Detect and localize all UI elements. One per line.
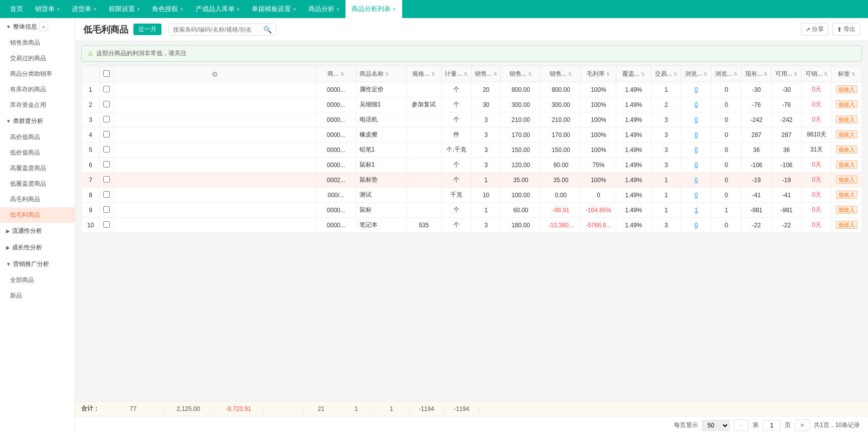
nav-home[interactable]: 首页 <box>4 0 29 18</box>
row-view1[interactable]: 0 <box>681 97 712 112</box>
th-view1[interactable]: 浏览... ⇅ <box>681 66 712 82</box>
sidebar-item-sales-products[interactable]: 销售类商品 <box>0 35 75 51</box>
nav-purchase-close[interactable]: × <box>93 6 96 12</box>
row-view1[interactable]: 0 <box>681 127 712 142</box>
row-checkbox[interactable] <box>103 116 110 122</box>
nav-permissions-close[interactable]: × <box>137 6 140 12</box>
row-view1[interactable]: 0 <box>681 188 712 203</box>
nav-template-settings[interactable]: 单据模板设置 × <box>246 0 302 18</box>
th-tag[interactable]: 标签 ⇅ <box>832 66 862 82</box>
th-code[interactable]: 商... ⇅ <box>316 66 356 82</box>
nav-product-analysis[interactable]: 商品分析 × <box>302 0 345 18</box>
row-sale-qty: 20 <box>471 82 500 97</box>
nav-roles-close[interactable]: × <box>180 6 183 12</box>
row-checkbox[interactable] <box>103 101 110 107</box>
th-current[interactable]: 现有... ⇅ <box>742 66 772 82</box>
row-check[interactable] <box>100 188 114 203</box>
sidebar-group-circulation[interactable]: ▶ 流通性分析 <box>0 223 75 239</box>
row-view1[interactable]: 0 <box>681 142 712 158</box>
th-cover-rate[interactable]: 覆盖... ⇅ <box>616 66 651 82</box>
row-checkbox[interactable] <box>103 221 110 228</box>
next-page-btn[interactable]: ＞ <box>795 419 810 431</box>
sidebar-item-low-value[interactable]: 低价值商品 <box>0 145 75 161</box>
sidebar-item-low-coverage[interactable]: 低覆盖度商品 <box>0 176 75 192</box>
sidebar-item-high-coverage[interactable]: 高覆盖度商品 <box>0 161 75 176</box>
th-view2[interactable]: 浏览... ⇅ <box>712 66 742 82</box>
th-sale-amount[interactable]: 销售... ⇅ <box>541 66 581 82</box>
th-settings[interactable]: ⚙ <box>114 66 316 82</box>
footer-view1: 1 <box>339 405 374 412</box>
nav-sales-order-close[interactable]: × <box>57 6 60 12</box>
filter-recent-month-btn[interactable]: 近一月 <box>133 24 161 35</box>
sidebar-group-growth[interactable]: ▶ 成长性分析 <box>0 239 75 256</box>
export-btn[interactable]: ⬆ 导出 <box>832 23 860 36</box>
nav-sales-order[interactable]: 销货单 × <box>29 0 66 18</box>
th-spec[interactable]: 规格... ⇅ <box>406 66 441 82</box>
check-all[interactable] <box>103 70 110 77</box>
sidebar-group-cluster[interactable]: ▼ 类群度分析 <box>0 113 75 129</box>
prev-page-btn[interactable]: ＜ <box>734 419 749 431</box>
row-view1[interactable]: 0 <box>681 82 712 97</box>
th-name[interactable]: 商品名称 ⇅ <box>356 66 406 82</box>
nav-product-analysis-list-close[interactable]: × <box>393 6 396 12</box>
nav-purchase[interactable]: 进货单 × <box>66 0 102 18</box>
row-check[interactable] <box>100 203 114 218</box>
sidebar-item-high-value[interactable]: 高价值商品 <box>0 129 75 145</box>
th-saleable[interactable]: 可销... ⇅ <box>802 66 832 82</box>
th-unit[interactable]: 计量... ⇅ <box>441 66 471 82</box>
sort-tag-icon: ⇅ <box>851 72 855 77</box>
row-checkbox[interactable] <box>103 206 110 213</box>
row-check[interactable] <box>100 173 114 188</box>
row-check[interactable] <box>100 142 114 158</box>
row-check[interactable] <box>100 112 114 127</box>
row-checkbox[interactable] <box>103 146 110 153</box>
th-gross-rate[interactable]: 毛利率 ⇅ <box>581 66 616 82</box>
row-check[interactable] <box>100 158 114 173</box>
row-checkbox[interactable] <box>103 161 110 168</box>
row-view1[interactable]: 0 <box>681 158 712 173</box>
nav-product-analysis-list[interactable]: 商品分析列表 × <box>345 0 402 18</box>
nav-template-settings-close[interactable]: × <box>293 6 296 12</box>
search-input[interactable] <box>173 26 263 33</box>
row-gross-rate: 75% <box>581 158 616 173</box>
row-check[interactable] <box>100 127 114 142</box>
row-spec <box>406 82 441 97</box>
row-checkbox[interactable] <box>103 176 110 183</box>
sidebar-item-stock-capital[interactable]: 库存资金占用 <box>0 97 75 113</box>
nav-permissions[interactable]: 权限设置 × <box>103 0 146 18</box>
sidebar-item-all-products[interactable]: 全部商品 <box>0 272 75 288</box>
row-check[interactable] <box>100 218 114 233</box>
row-checkbox[interactable] <box>103 191 110 198</box>
sidebar-group-marketing[interactable]: ▼ 营销推广分析 <box>0 256 75 272</box>
settings-icon[interactable]: ⚙ <box>212 70 218 78</box>
nav-product-entry-close[interactable]: × <box>237 6 240 12</box>
row-checkbox[interactable] <box>103 86 110 92</box>
row-view1[interactable]: 0 <box>681 112 712 127</box>
sidebar-collapse-btn[interactable]: « <box>39 22 48 31</box>
th-available[interactable]: 可用... ⇅ <box>772 66 802 82</box>
row-check[interactable] <box>100 97 114 112</box>
search-icon[interactable]: 🔍 <box>263 26 272 34</box>
nav-product-entry[interactable]: 产成品入库单 × <box>190 0 246 18</box>
share-btn[interactable]: ↗ 分享 <box>801 23 828 36</box>
sidebar-item-new-products[interactable]: 新品 <box>0 288 75 304</box>
sidebar-item-low-margin[interactable]: 低毛利商品 <box>0 207 75 223</box>
nav-product-analysis-close[interactable]: × <box>336 6 339 12</box>
th-trade[interactable]: 交易... ⇅ <box>651 66 681 82</box>
th-sale-qty[interactable]: 销售... ⇅ <box>471 66 500 82</box>
row-checkbox[interactable] <box>103 131 110 137</box>
page-input[interactable] <box>763 420 781 430</box>
row-view1[interactable]: 0 <box>681 218 712 233</box>
sidebar-item-stocked-products[interactable]: 有库存的商品 <box>0 82 75 97</box>
row-view1[interactable]: 1 <box>681 203 712 218</box>
row-check[interactable] <box>100 82 114 97</box>
th-sale-price[interactable]: 销售... ⇅ <box>501 66 541 82</box>
sidebar-item-traded-products[interactable]: 交易过的商品 <box>0 51 75 66</box>
sidebar-item-category-rate[interactable]: 商品分类助销率 <box>0 66 75 82</box>
per-page-select[interactable]: 50 100 200 <box>702 420 730 431</box>
row-code: 000/... <box>316 188 356 203</box>
row-view1[interactable]: 0 <box>681 173 712 188</box>
nav-roles[interactable]: 角色授权 × <box>146 0 189 18</box>
sidebar-group-overall[interactable]: ▼ 整体信息 « <box>0 18 75 35</box>
sidebar-item-high-margin[interactable]: 高毛利商品 <box>0 192 75 207</box>
